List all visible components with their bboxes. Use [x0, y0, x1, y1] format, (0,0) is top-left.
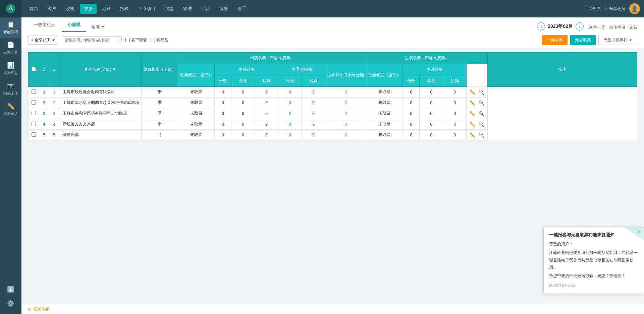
row-sales-month-amount: 0	[231, 130, 255, 140]
fullscreen-btn[interactable]: ⛶ 全屏	[587, 6, 600, 12]
tax-policy-link[interactable]: 税务政策	[34, 306, 50, 312]
view-icon[interactable]: 🔍	[479, 89, 484, 95]
row-purchase-month-amount: 0	[420, 87, 443, 98]
filter-tax-disk[interactable]: 有税盘	[151, 37, 168, 43]
employee-filter[interactable]: ■ 全部员工 ▼	[28, 36, 58, 45]
tab-all-label: 全能	[91, 24, 100, 30]
row-checkbox[interactable]	[29, 108, 39, 119]
select-all-checkbox[interactable]	[32, 67, 36, 71]
period-text: 2023年02月	[548, 23, 573, 29]
row-sales-month-amount: 0	[231, 98, 255, 108]
table-row: 1 1 卫辉市玖玖健合医药有限公司 季 未取票 0 0 0 0 0 0 未取票 …	[29, 87, 637, 98]
row-tax-period: 季	[142, 119, 178, 130]
row-sales-month-count: 0	[215, 130, 231, 140]
table-body: 1 1 卫辉市玖玖健合医药有限公司 季 未取票 0 0 0 0 0 0 未取票 …	[29, 87, 637, 140]
tax-policy-icon: ⊙	[28, 307, 32, 312]
no-disk-ticket-btn[interactable]: 无盘取票	[570, 35, 596, 45]
edit-icon[interactable]: ✏️	[470, 111, 475, 116]
nav-ticket[interactable]: 票据	[80, 4, 97, 14]
scan-icon: 📷	[7, 82, 14, 89]
sidebar-item-settings[interactable]: ⚙️	[0, 297, 21, 311]
nav-fee[interactable]: 收费	[62, 4, 78, 14]
tab-small[interactable]: 小规模	[62, 18, 86, 32]
tabbar: 一般纳税人 小规模 全能 ▼ ‹ 2023年02月 › 新手引导 操作手册 刷新	[21, 17, 644, 32]
nav-accounting[interactable]: 记账	[98, 4, 115, 14]
row-sales-month-count: 0	[215, 87, 231, 98]
vip-btn[interactable]: ▷ 畅享会员	[604, 6, 625, 12]
user-avatar[interactable]: 👤	[629, 3, 640, 14]
tab-general[interactable]: 一般纳税人	[28, 18, 61, 32]
chevron-down-icon: ▼	[101, 25, 105, 29]
tax-disk-checkbox[interactable]	[151, 38, 155, 42]
sidebar-item-invoice-entry[interactable]: ✏️ 票据录入	[0, 99, 21, 120]
row-name: 卫辉市玖玖健合医药有限公司	[59, 87, 142, 98]
smart-ticket-icon: 📋	[7, 21, 14, 28]
row-checkbox[interactable]	[29, 130, 39, 140]
sidebar-item-scan-upload[interactable]: 📷 扫描上传	[0, 79, 21, 99]
svg-point-0	[6, 4, 15, 13]
row-sales-month-tax: 0	[255, 87, 278, 98]
th-12m: 连续12个月累计金额	[325, 64, 366, 87]
row-name: 卫辉市汲水镇下图调查蔬菜木种植家庭农场	[59, 98, 142, 108]
nav-customer[interactable]: 客户	[44, 4, 60, 14]
nav-service[interactable]: 服务	[215, 4, 232, 14]
row-checkbox[interactable]	[29, 119, 39, 130]
notification-body: 一键报税与无盘取票功能恢复通知 尊敬的用户： 江苏政务网已恢复访问电子税务局功能…	[544, 227, 644, 294]
nav-operation[interactable]: 经营	[197, 4, 214, 14]
row-checkbox[interactable]	[29, 87, 39, 98]
tab-all[interactable]: 全能 ▼	[87, 22, 109, 32]
row-tax-period: 季	[142, 108, 178, 119]
th-settings: ⚙	[39, 53, 49, 87]
download-icon: ⬇️	[7, 286, 14, 293]
row-sales-month-amount: 0	[231, 119, 255, 130]
edit-icon[interactable]: ✏️	[470, 132, 475, 138]
manual-btn[interactable]: 操作手册	[609, 25, 625, 30]
row-purchase-status: 未取票	[366, 87, 403, 98]
row-sales-12m: 0	[325, 98, 366, 108]
search-input[interactable]	[62, 37, 118, 44]
th-sales-invoice: 销项发票（不含作废票）	[178, 53, 366, 64]
edit-icon[interactable]: ✏️	[470, 100, 475, 106]
th-checkbox[interactable]	[29, 53, 39, 87]
view-icon[interactable]: 🔍	[479, 122, 484, 127]
row-actions: ✏️ 🔍	[467, 87, 487, 98]
prev-period-btn[interactable]: ‹	[537, 22, 545, 30]
nav-business[interactable]: 工商项目	[134, 4, 160, 14]
view-icon[interactable]: 🔍	[479, 132, 484, 138]
edit-icon[interactable]: ✏️	[470, 89, 475, 95]
view-icon[interactable]: 🔍	[479, 100, 484, 106]
th-purchase-invoice: 进项发票（不含作废票）	[366, 53, 487, 64]
sidebar-item-smart-ticket[interactable]: 📋 智能取票	[0, 17, 21, 38]
nav-settings[interactable]: 设置	[233, 4, 250, 14]
row-purchase-status: 未取票	[366, 98, 403, 108]
nav-tax[interactable]: 报税	[116, 4, 133, 14]
sidebar-item-invoice-summary[interactable]: 📊 票据汇总	[0, 58, 21, 79]
toolbar-right: 一键取票 无盘取票 无盘取票操作 ▼	[542, 35, 637, 45]
filter-under-account[interactable]: 名下账套	[125, 37, 147, 43]
search-button[interactable]: 🔍	[118, 37, 122, 44]
next-period-btn[interactable]: ›	[576, 22, 584, 30]
view-icon[interactable]: 🔍	[479, 111, 484, 116]
nav-home[interactable]: 首页	[25, 4, 42, 14]
th-month-sales: 本月销项	[215, 64, 278, 75]
sidebar-item-download[interactable]: ⬇️	[0, 282, 21, 297]
one-click-ticket-btn[interactable]: 一键取票	[542, 35, 568, 45]
new-guide-btn[interactable]: 新手引导	[589, 25, 605, 30]
row-index: 4	[39, 119, 49, 130]
nav-manage[interactable]: 管理	[179, 4, 196, 14]
th-pur-m-count: 份数	[403, 75, 420, 87]
refresh-btn[interactable]: 刷新	[629, 25, 637, 30]
sidebar-item-invoice-issue[interactable]: 📄 发票开具	[0, 38, 21, 58]
row-sales-month-tax: 0	[255, 130, 278, 140]
row-checkbox[interactable]	[29, 98, 39, 108]
th-month-purchase: 本月进项	[403, 64, 467, 75]
row-index: 3	[39, 108, 49, 119]
no-disk-ops-btn[interactable]: 无盘取票操作 ▼	[598, 35, 637, 45]
th-customer: 客户名称(全部) ▼	[59, 53, 142, 87]
edit-icon[interactable]: ✏️	[470, 122, 475, 127]
row-index: 1	[39, 87, 49, 98]
row-purchase-status: 未取票	[366, 119, 403, 130]
notification-close-btn[interactable]: ✕	[637, 229, 641, 234]
under-account-checkbox[interactable]	[125, 38, 130, 42]
nav-message[interactable]: 消息	[161, 4, 178, 14]
